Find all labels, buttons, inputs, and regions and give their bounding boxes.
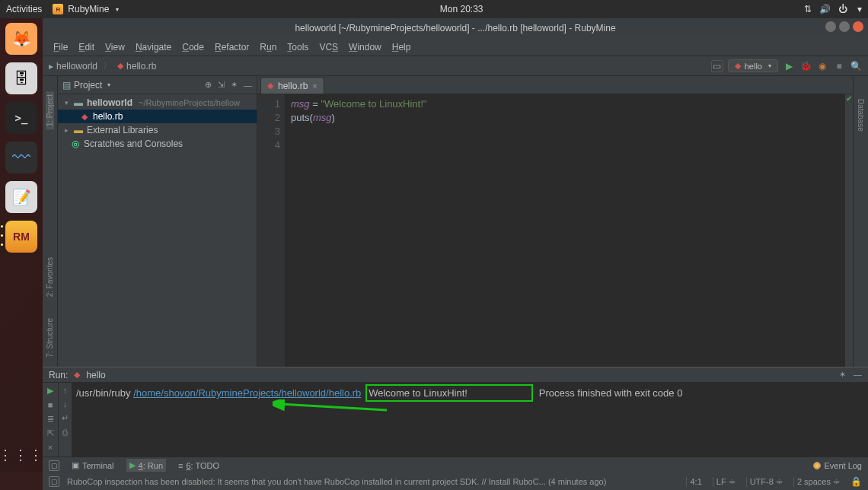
layout-icon[interactable]: ≣ <box>47 414 54 424</box>
coverage-button-icon[interactable]: ◉ <box>816 60 828 72</box>
code-content[interactable]: msg = "Welcome to LinuxHint!" puts(msg) <box>285 94 853 367</box>
close-tab-icon[interactable]: × <box>312 81 317 91</box>
tool-tab-label: 4: Run <box>139 461 163 470</box>
tool-tab-todo[interactable]: ≡ 6: TODO <box>175 460 222 472</box>
line-number: 2 <box>257 111 280 125</box>
breadcrumb-project[interactable]: helloworld <box>56 61 97 72</box>
project-view-selector[interactable]: ▤ Project ▾ <box>62 80 110 91</box>
run-controls-secondary: ↑ ↓ ↵ ⎙ <box>58 383 72 457</box>
line-separator[interactable]: LF ≑ <box>713 477 739 487</box>
tool-tab-project[interactable]: 1: Project <box>46 91 54 129</box>
code-editor[interactable]: 1 2 3 4 msg = "Welcome to LinuxHint!" pu… <box>257 94 853 367</box>
scroll-down-icon[interactable]: ↓ <box>63 399 68 409</box>
rerun-icon[interactable]: ▶ <box>47 386 53 396</box>
window-close-button[interactable] <box>853 21 863 32</box>
scratches-icon: ◎ <box>70 138 81 149</box>
system-menu-chevron-icon[interactable]: ▾ <box>857 4 862 14</box>
file-encoding[interactable]: UTF-8 ≑ <box>746 477 786 487</box>
pin-icon[interactable]: ⇱ <box>47 428 54 438</box>
tool-tab-terminal[interactable]: ▣ Terminal <box>69 459 117 472</box>
left-tool-strip: 1: Project 2: Favorites 7: Structure <box>43 76 58 367</box>
tree-scratches[interactable]: ◎ Scratches and Consoles <box>58 137 257 151</box>
tool-tab-favorites[interactable]: 2: Favorites <box>46 254 54 300</box>
status-toggle-icon[interactable]: ▢ <box>49 476 59 487</box>
scroll-up-icon[interactable]: ↑ <box>63 386 68 395</box>
console-link[interactable]: /home/shovon/RubymineProjects/helloworld… <box>133 387 361 399</box>
hide-panel-icon[interactable]: — <box>854 370 862 380</box>
menu-navigate[interactable]: Navigate <box>131 40 176 54</box>
menu-refactor[interactable]: Refactor <box>210 40 254 54</box>
print-icon[interactable]: ⎙ <box>62 428 68 437</box>
launcher-apps-grid[interactable]: ⋮⋮⋮ <box>0 441 43 469</box>
ruby-config-icon: ◆ <box>74 370 80 380</box>
status-message[interactable]: RuboCop inspection has been disabled: It… <box>67 477 678 486</box>
build-icon[interactable]: ▭ <box>711 60 723 72</box>
launcher-rubymine[interactable]: RM <box>5 221 37 253</box>
launcher-terminal[interactable]: >_ <box>5 102 37 134</box>
expand-icon[interactable]: ▸ <box>62 126 70 134</box>
launcher-text-editor[interactable]: 📝 <box>5 181 37 213</box>
clock[interactable]: Mon 20:33 <box>440 4 483 14</box>
soft-wrap-icon[interactable]: ↵ <box>62 413 69 423</box>
menu-edit[interactable]: Edit <box>74 40 99 54</box>
run-console-output[interactable]: /usr/bin/ruby /home/shovon/RubymineProje… <box>72 383 868 457</box>
menu-code[interactable]: Code <box>177 40 209 54</box>
network-icon[interactable]: ⇅ <box>804 4 812 14</box>
volume-icon[interactable]: 🔊 <box>819 4 831 14</box>
tree-external-libs[interactable]: ▸ ▬ External Libraries <box>58 123 257 137</box>
library-icon: ▬ <box>73 125 84 135</box>
folder-icon: ▬ <box>73 97 84 108</box>
stop-icon[interactable]: ■ <box>48 400 53 409</box>
launcher-files[interactable]: 🗄 <box>5 62 37 94</box>
tool-tab-run[interactable]: ▶ 4: Run <box>126 459 166 472</box>
event-log-button[interactable]: Event Log <box>813 461 862 470</box>
close-icon[interactable]: × <box>48 443 53 452</box>
window-maximize-button[interactable] <box>839 21 850 32</box>
launcher-system-monitor[interactable]: 〰 <box>5 142 37 173</box>
indent-indicator[interactable]: 2 spaces ≑ <box>793 477 843 487</box>
event-log-icon <box>813 462 821 469</box>
expand-icon[interactable]: ▾ <box>62 99 70 107</box>
menu-file[interactable]: File <box>49 40 72 54</box>
collapse-icon[interactable]: ⇲ <box>218 80 225 90</box>
active-app-menu[interactable]: R RubyMine ▾ <box>53 4 119 14</box>
editor-area: ◆ hello.rb × 1 2 3 4 msg = "Welcome to L… <box>257 76 853 367</box>
run-panel-config[interactable]: hello <box>86 370 105 380</box>
launcher-firefox[interactable]: 🦊 <box>5 23 37 55</box>
cursor-position[interactable]: 4:1 <box>686 477 704 486</box>
tool-tab-database[interactable]: Database <box>857 99 865 132</box>
editor-gutter: 1 2 3 4 <box>257 94 285 367</box>
locate-icon[interactable]: ⊕ <box>205 80 212 90</box>
readonly-lock-icon[interactable]: 🔒 <box>850 476 862 487</box>
menu-window[interactable]: Window <box>344 40 386 54</box>
editor-tab-hello[interactable]: ◆ hello.rb × <box>260 77 324 94</box>
tree-root-path: ~/RubymineProjects/hellow <box>139 98 240 107</box>
menu-tools[interactable]: Tools <box>282 40 313 54</box>
menu-vcs[interactable]: VCS <box>314 40 343 54</box>
breadcrumb-file[interactable]: hello.rb <box>126 61 156 72</box>
annotation-arrow-icon <box>273 399 394 421</box>
line-number: 3 <box>257 125 280 138</box>
menu-view[interactable]: View <box>101 40 129 54</box>
stop-button-icon[interactable]: ■ <box>833 60 845 72</box>
run-button-icon[interactable]: ▶ <box>783 60 795 72</box>
editor-marker-bar[interactable]: ✔ <box>845 94 853 367</box>
menu-run[interactable]: Run <box>255 40 281 54</box>
hide-panel-icon[interactable]: — <box>244 81 252 90</box>
code-token: msg <box>291 98 310 110</box>
inspection-ok-icon[interactable]: ✔ <box>845 94 853 102</box>
search-everywhere-icon[interactable]: 🔍 <box>850 60 862 72</box>
window-minimize-button[interactable] <box>825 21 836 32</box>
tree-file-hello[interactable]: ◆ hello.rb <box>58 110 257 123</box>
tree-root[interactable]: ▾ ▬ helloworld ~/RubymineProjects/hellow <box>58 96 257 110</box>
gear-icon[interactable]: ✶ <box>231 80 238 90</box>
run-config-selector[interactable]: ◆ hello ▾ <box>728 59 778 72</box>
debug-button-icon[interactable]: 🐞 <box>799 60 812 72</box>
window-titlebar[interactable]: helloworld [~/RubymineProjects/helloworl… <box>43 18 868 38</box>
tool-tab-structure[interactable]: 7: Structure <box>46 315 54 361</box>
power-icon[interactable]: ⏻ <box>838 4 847 14</box>
gear-icon[interactable]: ✶ <box>839 370 846 380</box>
menu-help[interactable]: Help <box>388 40 416 54</box>
tool-windows-toggle-icon[interactable]: ▢ <box>49 460 59 471</box>
activities-button[interactable]: Activities <box>6 4 42 14</box>
